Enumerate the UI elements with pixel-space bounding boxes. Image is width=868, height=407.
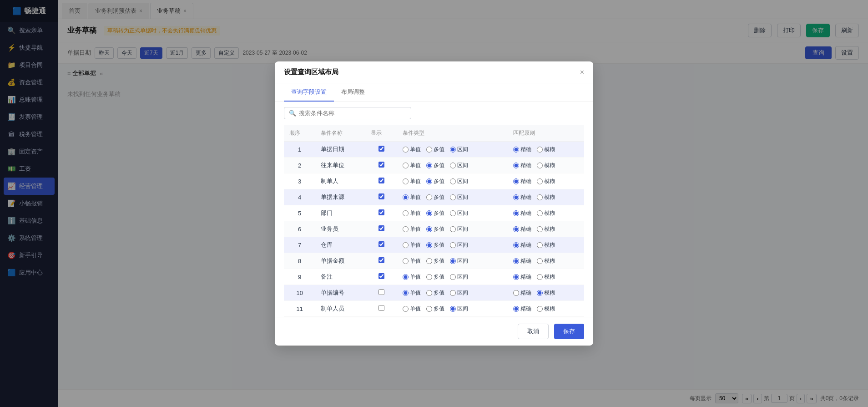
row-name: 部门 — [315, 205, 365, 221]
condition-type-option[interactable]: 多值 — [426, 257, 444, 265]
condition-type-option[interactable]: 多值 — [426, 146, 444, 153]
row-condition-type: 单值多值区间 — [397, 285, 508, 301]
condition-type-option[interactable]: 单值 — [403, 241, 421, 249]
condition-type-option[interactable]: 多值 — [426, 289, 444, 297]
match-principle-option[interactable]: 模糊 — [537, 146, 555, 153]
condition-type-option[interactable]: 区间 — [450, 178, 468, 185]
tab-field-settings[interactable]: 查询字段设置 — [284, 83, 334, 102]
show-checkbox[interactable] — [378, 209, 384, 215]
col-name: 条件名称 — [315, 125, 365, 142]
show-checkbox[interactable] — [378, 273, 384, 279]
row-match-principle: 精确模糊 — [508, 173, 584, 189]
match-principle-option[interactable]: 精确 — [513, 162, 531, 169]
col-show: 显示 — [365, 125, 397, 142]
match-principle-option[interactable]: 模糊 — [537, 273, 555, 281]
show-checkbox[interactable] — [378, 146, 384, 152]
condition-type-option[interactable]: 区间 — [450, 209, 468, 217]
row-show — [365, 285, 397, 301]
row-show — [365, 269, 397, 285]
table-row: 2往来单位单值多值区间精确模糊 — [284, 158, 584, 173]
row-match-principle: 精确模糊 — [508, 205, 584, 221]
condition-type-option[interactable]: 多值 — [426, 241, 444, 249]
table-row: 1单据日期单值多值区间精确模糊 — [284, 142, 584, 158]
condition-type-option[interactable]: 单值 — [403, 162, 421, 169]
match-principle-option[interactable]: 模糊 — [537, 305, 555, 313]
condition-type-option[interactable]: 区间 — [450, 193, 468, 201]
match-principle-option[interactable]: 精确 — [513, 305, 531, 313]
row-order: 5 — [284, 205, 315, 221]
condition-type-option[interactable]: 多值 — [426, 209, 444, 217]
row-name: 往来单位 — [315, 158, 365, 173]
condition-type-option[interactable]: 多值 — [426, 225, 444, 233]
table-row: 6业务员单值多值区间精确模糊 — [284, 221, 584, 237]
condition-type-option[interactable]: 多值 — [426, 178, 444, 185]
condition-type-option[interactable]: 区间 — [450, 146, 468, 153]
match-principle-option[interactable]: 精确 — [513, 273, 531, 281]
condition-type-option[interactable]: 单值 — [403, 209, 421, 217]
show-checkbox[interactable] — [378, 225, 384, 231]
match-principle-option[interactable]: 模糊 — [537, 209, 555, 217]
match-principle-option[interactable]: 精确 — [513, 146, 531, 153]
row-order: 7 — [284, 237, 315, 253]
match-principle-option[interactable]: 精确 — [513, 289, 531, 297]
dialog-title: 设置查询区域布局 — [284, 68, 338, 76]
search-condition-input[interactable] — [299, 110, 399, 117]
match-principle-option[interactable]: 精确 — [513, 178, 531, 185]
condition-type-option[interactable]: 区间 — [450, 289, 468, 297]
match-principle-option[interactable]: 模糊 — [537, 162, 555, 169]
condition-type-option[interactable]: 多值 — [426, 162, 444, 169]
match-principle-option[interactable]: 精确 — [513, 209, 531, 217]
row-name: 仓库 — [315, 237, 365, 253]
show-checkbox[interactable] — [378, 305, 384, 311]
tab-layout-adjustment[interactable]: 布局调整 — [334, 83, 372, 102]
match-principle-option[interactable]: 模糊 — [537, 289, 555, 297]
condition-type-option[interactable]: 单值 — [403, 289, 421, 297]
condition-type-option[interactable]: 区间 — [450, 305, 468, 313]
show-checkbox[interactable] — [378, 178, 384, 183]
condition-type-option[interactable]: 单值 — [403, 193, 421, 201]
match-principle-option[interactable]: 精确 — [513, 193, 531, 201]
match-principle-option[interactable]: 模糊 — [537, 193, 555, 201]
match-principle-option[interactable]: 模糊 — [537, 225, 555, 233]
match-principle-option[interactable]: 精确 — [513, 241, 531, 249]
show-checkbox[interactable] — [378, 193, 384, 199]
row-match-principle: 精确模糊 — [508, 189, 584, 205]
match-principle-option[interactable]: 精确 — [513, 257, 531, 265]
row-order: 9 — [284, 269, 315, 285]
search-input-wrap: 🔍 — [284, 107, 411, 119]
cancel-button[interactable]: 取消 — [518, 324, 549, 339]
row-match-principle: 精确模糊 — [508, 142, 584, 158]
condition-type-option[interactable]: 区间 — [450, 225, 468, 233]
show-checkbox[interactable] — [378, 241, 384, 247]
table-row: 7仓库单值多值区间精确模糊 — [284, 237, 584, 253]
row-condition-type: 单值多值区间 — [397, 189, 508, 205]
row-name: 制单人 — [315, 173, 365, 189]
dialog-close-button[interactable]: × — [580, 68, 584, 76]
condition-type-option[interactable]: 单值 — [403, 257, 421, 265]
condition-type-option[interactable]: 多值 — [426, 273, 444, 281]
condition-type-option[interactable]: 单值 — [403, 273, 421, 281]
show-checkbox[interactable] — [378, 289, 384, 295]
condition-type-option[interactable]: 区间 — [450, 241, 468, 249]
row-order: 1 — [284, 142, 315, 158]
condition-type-option[interactable]: 区间 — [450, 162, 468, 169]
condition-type-option[interactable]: 多值 — [426, 193, 444, 201]
match-principle-option[interactable]: 模糊 — [537, 257, 555, 265]
table-row: 8单据金额单值多值区间精确模糊 — [284, 253, 584, 269]
show-checkbox[interactable] — [378, 162, 384, 168]
show-checkbox[interactable] — [378, 257, 384, 263]
match-principle-option[interactable]: 模糊 — [537, 178, 555, 185]
match-principle-option[interactable]: 精确 — [513, 225, 531, 233]
condition-type-option[interactable]: 区间 — [450, 257, 468, 265]
condition-type-option[interactable]: 区间 — [450, 273, 468, 281]
condition-type-option[interactable]: 单值 — [403, 178, 421, 185]
match-principle-option[interactable]: 模糊 — [537, 241, 555, 249]
condition-type-option[interactable]: 多值 — [426, 305, 444, 313]
row-match-principle: 精确模糊 — [508, 221, 584, 237]
condition-type-option[interactable]: 单值 — [403, 225, 421, 233]
row-order: 8 — [284, 253, 315, 269]
save-dialog-button[interactable]: 保存 — [554, 324, 584, 339]
condition-type-option[interactable]: 单值 — [403, 146, 421, 153]
condition-type-option[interactable]: 单值 — [403, 305, 421, 313]
row-match-principle: 精确模糊 — [508, 253, 584, 269]
